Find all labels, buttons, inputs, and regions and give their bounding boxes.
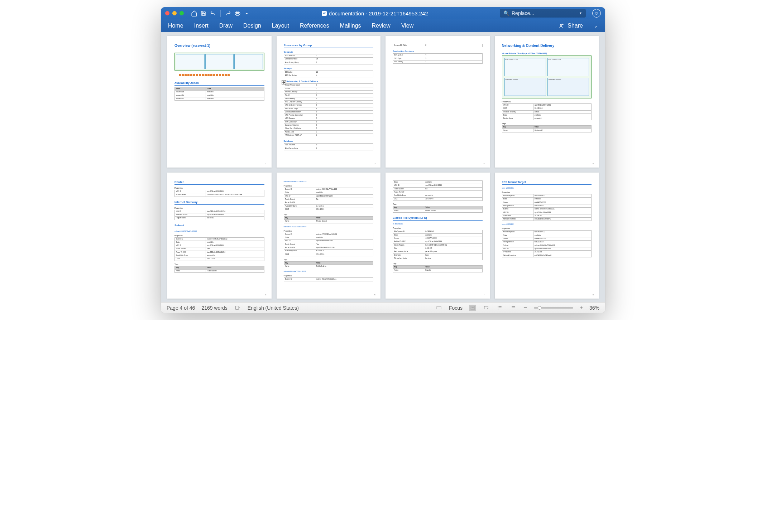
svg-rect-8 (484, 306, 488, 309)
web-layout-view-icon[interactable] (483, 305, 490, 311)
page-thumbnail-4[interactable]: Networking & Content Delivery Virtual Pr… (495, 36, 599, 168)
page-thumbnail-1[interactable]: Overview (eu-west-1) Availability Zones … (167, 36, 272, 168)
home-icon[interactable] (191, 10, 197, 16)
vpc-tags-table: KeyValue NameMyNewVPC (502, 125, 592, 132)
focus-label[interactable]: Focus (449, 305, 463, 311)
toolbar-divider (220, 10, 221, 17)
tab-home[interactable]: Home (168, 23, 183, 29)
window-controls (165, 11, 184, 15)
svg-rect-1 (236, 14, 239, 15)
statusbar: Page 4 of 46 2169 words English (United … (161, 302, 605, 313)
svg-point-15 (498, 309, 498, 309)
titlebar: ⏷ W documentation - 2019-12-21T164953.24… (161, 7, 605, 19)
mount-target2-table: Mount Target IDfsmt-c9805432Stateavailab… (502, 230, 592, 257)
search-placeholder: Replace... (512, 10, 534, 16)
subnet-cont-tags: KeyValue NamePrivate Subnet (393, 206, 483, 213)
customize-qat-icon[interactable]: ⏷ (244, 10, 250, 16)
save-icon[interactable] (200, 10, 207, 16)
svg-point-13 (498, 306, 498, 306)
share-button[interactable]: Share (559, 23, 583, 29)
page-thumbnail-5[interactable]: Router Properties VPC IDvpc-056bac800642… (167, 173, 272, 299)
document-title: W documentation - 2019-12-21T164953.242 (253, 10, 497, 16)
vpc-props-table: VPC IDvpc-056bac800642999CIDR10.0.0.0/16… (502, 103, 592, 120)
undo-icon[interactable] (210, 10, 216, 16)
subnet2-tags: KeyValue NamePrivate Subnet (284, 216, 374, 223)
igw-table: IGW IDigw-033b54d883bd81234Attached To V… (174, 210, 264, 220)
page-number: 6 (374, 294, 375, 296)
tab-references[interactable]: References (300, 23, 329, 29)
focus-mode-icon[interactable] (435, 305, 442, 311)
subnet-cont-table: StateavailableVPC IDvpc-056bac800642999P… (393, 180, 483, 201)
page-thumbnail-8[interactable]: EFS Mount Target fsmt-c8805431 Propertie… (495, 173, 599, 299)
page-number: 4 (593, 163, 594, 165)
close-window-button[interactable] (165, 11, 169, 15)
page-title: Overview (eu-west-1) (174, 44, 264, 49)
document-pages-area[interactable]: Overview (eu-west-1) Availability Zones … (161, 32, 605, 302)
dynamo-table: DynamoDB Table2 (393, 44, 483, 47)
page-thumbnail-2[interactable]: Resources by Group Compute EC2 Instance3… (277, 36, 381, 168)
page-thumbnail-7[interactable]: StateavailableVPC IDvpc-056bac800642999P… (386, 173, 490, 299)
zoom-slider-thumb[interactable] (538, 306, 541, 310)
svg-point-9 (487, 308, 488, 309)
tab-insert[interactable]: Insert (194, 23, 209, 29)
az-heading: Availability Zones (174, 81, 264, 86)
resources-heading: Resources by Group (284, 44, 374, 48)
page-number: 2 (374, 163, 375, 165)
move-handle-icon[interactable]: ✥ (282, 80, 286, 84)
subnet3-tags: KeyValue NamePublic Subnet (284, 261, 374, 269)
subnet1-tags: KeyValue NamePublic Subnet (174, 266, 264, 273)
overview-diagram (174, 53, 264, 71)
svg-point-2 (560, 24, 562, 25)
word-count[interactable]: 2169 words (201, 305, 227, 311)
tab-review[interactable]: Review (372, 23, 390, 29)
page-thumbnail-6[interactable]: subnet-0300406a77d8de222 Properties Subn… (277, 173, 381, 299)
networking-table: Virtual Private Cloud3Subnet7Internet Ga… (284, 83, 374, 137)
compute-table: EC2 Instance3Lambda Function18Auto Scali… (284, 54, 374, 64)
zoom-percentage[interactable]: 36% (589, 305, 599, 311)
tab-view[interactable]: View (401, 23, 413, 29)
page-indicator[interactable]: Page 4 of 46 (167, 305, 195, 311)
storage-table: S3 Bucket21EFS File System4 (284, 71, 374, 78)
page-number: 5 (265, 294, 266, 296)
ribbon-collapse-icon[interactable]: ⌄ (594, 23, 598, 29)
tab-mailings[interactable]: Mailings (340, 23, 361, 29)
outline-view-icon[interactable] (496, 305, 503, 311)
print-layout-view-icon[interactable] (469, 305, 476, 311)
language-indicator[interactable]: English (United States) (248, 305, 299, 311)
print-icon[interactable] (234, 10, 241, 16)
maximize-window-button[interactable] (179, 11, 184, 15)
tab-layout[interactable]: Layout (272, 23, 289, 29)
pages-grid: Overview (eu-west-1) Availability Zones … (167, 36, 599, 299)
svg-point-14 (498, 308, 498, 308)
mount-target1-table: Mount Target IDfsmt-c8805431Stateavailab… (502, 194, 592, 221)
az-table: NameState eu-west-1aavailable eu-west-1b… (174, 87, 264, 101)
resource-icons (174, 73, 264, 78)
minimize-window-button[interactable] (172, 11, 177, 15)
page-number: 1 (265, 163, 266, 165)
page-number: 8 (593, 294, 594, 296)
draft-view-icon[interactable] (510, 305, 517, 311)
zoom-out-button[interactable]: − (523, 304, 527, 311)
search-box[interactable]: 🔍 Replace... ▼ (500, 9, 586, 18)
efs1-table: File System IDfs-89393543StateavailableO… (393, 230, 483, 260)
page-number: 7 (483, 294, 484, 296)
vpc-diagram: Public Subnet 10.0.1.0/24 Public Subnet … (502, 55, 592, 98)
subnet2-table: Subnet IDsubnet-0300406a77d8de222Stateav… (284, 188, 374, 211)
zoom-in-button[interactable]: + (580, 305, 583, 311)
subnet1-table: Subnet IDsubnet-070f5252e45b13222Stateav… (174, 237, 264, 261)
svg-rect-4 (437, 306, 441, 309)
tab-design[interactable]: Design (243, 23, 261, 29)
page-thumbnail-3[interactable]: DynamoDB Table2 Application Services SQS… (386, 36, 490, 168)
redo-icon[interactable] (225, 10, 231, 16)
feedback-icon[interactable]: ☺ (592, 9, 601, 18)
search-icon: 🔍 (503, 10, 509, 16)
tab-draw[interactable]: Draw (219, 23, 233, 29)
app-window: ⏷ W documentation - 2019-12-21T164953.24… (161, 7, 605, 313)
zoom-slider[interactable] (534, 307, 573, 309)
database-table: RDS Instance0ElastiCache Node2 (284, 143, 374, 150)
spellcheck-icon[interactable] (234, 305, 241, 311)
subnet4-table: Subnet IDsubnet-002eafe081bbd2111 (284, 277, 374, 281)
page-number: 3 (483, 163, 484, 165)
appservices-table: SQS Queue4SNS Topic3SES Identity1 (393, 53, 483, 64)
word-doc-icon: W (322, 11, 327, 16)
